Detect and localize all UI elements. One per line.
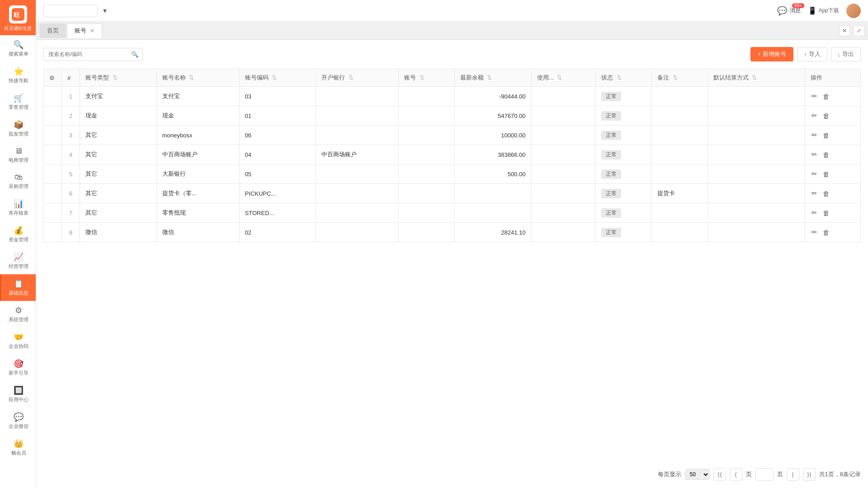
row-account-no-cell: [399, 145, 455, 164]
col-settings[interactable]: ⚙: [44, 69, 62, 87]
col-account-name[interactable]: 账号名称 ⇅: [156, 69, 239, 87]
row-usage-cell: [531, 145, 596, 164]
app-download-icon: 📱: [808, 6, 817, 15]
row-remark-cell: [651, 223, 708, 242]
sidebar-item-shortcuts[interactable]: ⭐ 快捷导航: [0, 62, 36, 89]
row-account-name-cell: 中百商场账户: [156, 145, 239, 164]
row-opening-bank-cell: [316, 223, 399, 242]
table-row: 3 其它 moneybosx 06 10000.00 正常 ✏ 🗑: [44, 126, 861, 145]
app-download[interactable]: 📱 App下载: [808, 6, 839, 15]
tab-home[interactable]: 首页: [40, 23, 66, 38]
col-account-name-label: 账号名称: [162, 74, 186, 81]
col-opening-bank[interactable]: 开户银行 ⇅: [316, 69, 399, 87]
sidebar-item-vip-member[interactable]: 👑 畅会员: [0, 434, 36, 461]
add-account-button[interactable]: + 新增账号: [750, 47, 793, 61]
first-page-btn[interactable]: ⟨⟨: [713, 468, 726, 481]
tab-account-close[interactable]: ✕: [90, 28, 94, 34]
basic-info-icon: 📋: [14, 279, 24, 289]
edit-btn[interactable]: ✏: [811, 91, 818, 101]
edit-btn[interactable]: ✏: [811, 130, 818, 140]
vip-member-icon: 👑: [14, 439, 24, 449]
next-page-btn[interactable]: ⟩: [787, 468, 799, 481]
prev-page-btn[interactable]: ⟨: [730, 468, 742, 481]
app-download-label: App下载: [819, 7, 839, 14]
sort-opening-bank-icon: ⇅: [349, 74, 354, 81]
sidebar-item-finance[interactable]: 💰 资金管理: [0, 221, 36, 248]
sort-status-icon: ⇅: [617, 74, 622, 81]
sort-usage-icon: ⇅: [557, 74, 562, 81]
edit-btn[interactable]: ✏: [811, 150, 818, 160]
sidebar-item-inventory[interactable]: 📊 库存核算: [0, 194, 36, 221]
page-size-select[interactable]: 50 10 20 100: [685, 469, 710, 480]
finance-icon: 💰: [14, 225, 24, 235]
edit-btn[interactable]: ✏: [811, 227, 818, 237]
top-bar: ▾ 💬 消息 99+ 📱 App下载: [36, 0, 868, 22]
col-usage[interactable]: 使用... ⇅: [531, 69, 596, 87]
edit-btn[interactable]: ✏: [811, 169, 818, 179]
window-maximize-btn[interactable]: ⤢: [854, 25, 864, 36]
row-account-code-cell: 01: [239, 106, 316, 126]
sort-account-code-icon: ⇅: [272, 74, 277, 81]
top-search-input[interactable]: [43, 5, 98, 17]
sidebar-item-search-menu[interactable]: 🔍 搜索菜单: [0, 35, 36, 62]
avatar[interactable]: [846, 4, 861, 18]
import-button[interactable]: ↑ 导入: [797, 47, 827, 61]
last-page-btn[interactable]: ⟩⟩: [803, 468, 816, 481]
main-area: ▾ 💬 消息 99+ 📱 App下载 首页 账号 ✕ ✕ ⤢: [36, 0, 868, 488]
row-account-type-cell: 其它: [80, 184, 157, 203]
col-remark[interactable]: 备注 ⇅: [651, 69, 708, 87]
delete-btn[interactable]: 🗑: [822, 169, 830, 179]
edit-btn[interactable]: ✏: [811, 208, 818, 218]
col-account-no[interactable]: 账号 ⇅: [399, 69, 455, 87]
row-account-no-cell: [399, 184, 455, 203]
col-status[interactable]: 状态 ⇅: [596, 69, 652, 87]
window-close-btn[interactable]: ✕: [839, 25, 850, 36]
tab-account[interactable]: 账号 ✕: [67, 23, 102, 38]
row-actions-cell: ✏ 🗑: [805, 145, 861, 164]
sidebar-item-retail[interactable]: 🛒 零售管理: [0, 89, 36, 115]
delete-btn[interactable]: 🗑: [822, 111, 830, 121]
page-input[interactable]: 1: [755, 468, 774, 481]
search-button[interactable]: 🔍: [127, 48, 142, 61]
gear-icon: ⚙: [49, 75, 55, 81]
delete-btn[interactable]: 🗑: [822, 208, 830, 218]
sidebar-item-purchase[interactable]: 🛍 采购管理: [0, 168, 36, 194]
search-input[interactable]: [44, 48, 127, 60]
col-account-code[interactable]: 账号编码 ⇅: [239, 69, 316, 87]
top-search-dropdown-icon[interactable]: ▾: [103, 6, 107, 15]
sidebar-item-app-center[interactable]: 🔲 应用中心: [0, 381, 36, 408]
row-usage-cell: [531, 203, 596, 223]
row-default-settlement-cell: [708, 126, 805, 145]
col-default-settlement[interactable]: 默认结算方式 ⇅: [708, 69, 805, 87]
edit-btn[interactable]: ✏: [811, 111, 818, 121]
sidebar-item-basic-info[interactable]: 📋 基础信息: [0, 274, 36, 301]
col-account-type[interactable]: 账号类型 ⇅: [80, 69, 157, 87]
delete-btn[interactable]: 🗑: [822, 188, 830, 198]
row-status-cell: 正常: [596, 184, 652, 203]
sidebar-item-operations[interactable]: 📈 经营管理: [0, 248, 36, 274]
notification-area[interactable]: 💬 消息 99+: [777, 6, 801, 16]
delete-btn[interactable]: 🗑: [822, 227, 830, 237]
delete-btn[interactable]: 🗑: [822, 91, 830, 101]
row-remark-cell: [651, 203, 708, 223]
row-index-cell: 2: [62, 106, 80, 126]
row-default-settlement-cell: [708, 145, 805, 164]
col-latest-balance[interactable]: 最新余额 ⇅: [454, 69, 531, 87]
delete-btn[interactable]: 🗑: [822, 130, 830, 140]
sidebar-item-wholesale[interactable]: 📦 批发管理: [0, 115, 36, 142]
sidebar: 旺 旺店通好生意 🔍 搜索菜单 ⭐ 快捷导航 🛒 零售管理 📦 批发管理 🖥 电…: [0, 0, 36, 488]
row-account-no-cell: [399, 87, 455, 106]
edit-btn[interactable]: ✏: [811, 188, 818, 198]
row-opening-bank-cell: [316, 164, 399, 184]
col-actions-label: 操作: [811, 74, 822, 81]
delete-btn[interactable]: 🗑: [822, 150, 830, 160]
export-button[interactable]: ↓ 导出: [831, 47, 861, 61]
sidebar-item-enterprise-wechat[interactable]: 💬 企业微信: [0, 408, 36, 434]
sort-account-no-icon: ⇅: [420, 74, 425, 81]
sidebar-item-newbie[interactable]: 🎯 新手引导: [0, 354, 36, 381]
row-account-code-cell: 02: [239, 223, 316, 242]
sort-account-name-icon: ⇅: [189, 74, 194, 81]
sidebar-item-ecommerce[interactable]: 🖥 电商管理: [0, 142, 36, 168]
sidebar-item-enterprise-agreement[interactable]: 🤝 企业协同: [0, 328, 36, 354]
sidebar-item-system[interactable]: ⚙ 系统管理: [0, 301, 36, 328]
